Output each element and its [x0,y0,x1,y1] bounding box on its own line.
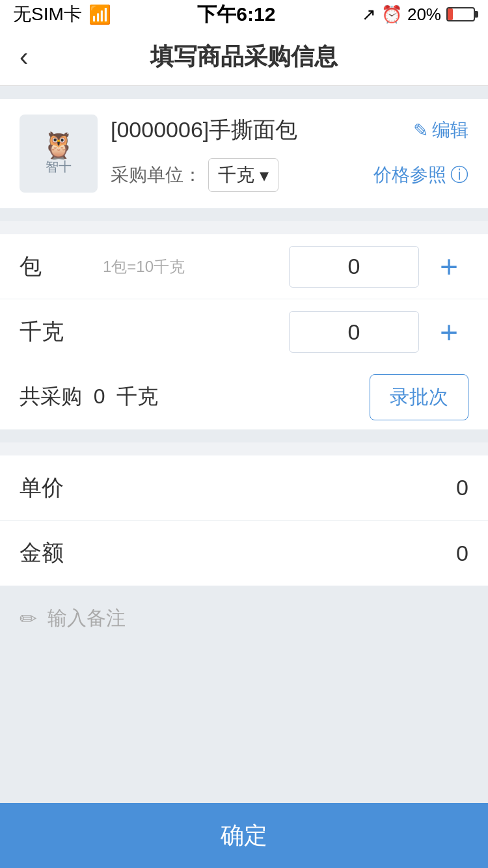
product-card: 🦉 智十 [0000006]手撕面包 ✎ 编辑 采购单位： 千克 ▾ 价格参照 … [0,99,488,208]
remark-placeholder: 输入备注 [47,605,126,632]
amount-value: 0 [456,541,468,566]
kg-input-wrap: 0 + [98,311,468,353]
total-prefix: 共采购 [20,385,82,408]
kg-label: 千克 [20,317,98,347]
kg-input-row: 千克 0 + [0,299,488,364]
total-unit: 千克 [116,385,158,408]
unit-select[interactable]: 千克 ▾ [208,158,278,192]
time-display: 下午6:12 [197,1,275,28]
total-value: 0 [94,385,105,408]
edit-button[interactable]: ✎ 编辑 [413,118,468,142]
battery-icon [446,7,475,21]
product-separator [0,208,488,221]
quantity-input-section: 包 1包=10千克 0 + 千克 0 + [0,234,488,364]
summary-text: 共采购 0 千克 [20,383,158,411]
status-bar: 无SIM卡 📶 下午6:12 ↗ ⏰ 20% [0,0,488,29]
back-button[interactable]: ‹ [20,42,59,72]
unit-price-label: 单价 [20,473,64,503]
unit-value: 千克 [218,163,254,187]
alarm-icon: ⏰ [381,5,402,25]
kg-quantity-input[interactable]: 0 [289,311,419,353]
carrier-text: 无SIM卡 [13,2,82,27]
product-name: [0000006]手撕面包 [111,115,297,145]
amount-label: 金额 [20,538,64,568]
location-icon: ↗ [362,5,376,25]
pencil-icon: ✏ [20,606,37,631]
price-section: 单价 0 金额 0 [0,455,488,586]
unit-price-row: 单价 0 [0,455,488,521]
unit-left: 采购单位： 千克 ▾ [111,158,278,192]
bag-sublabel: 1包=10千克 [103,256,185,277]
battery-fill [448,8,453,20]
product-info: [0000006]手撕面包 ✎ 编辑 采购单位： 千克 ▾ 价格参照 ⓘ [111,115,468,192]
top-separator [0,86,488,99]
bag-plus-button[interactable]: + [429,247,468,286]
summary-row: 共采购 0 千克 录批次 [0,364,488,429]
unit-label: 采购单位： [111,163,202,187]
status-right: ↗ ⏰ 20% [362,5,475,25]
bag-input-row: 包 1包=10千克 0 + [0,234,488,299]
battery-percentage: 20% [407,5,441,25]
edit-label: 编辑 [432,118,468,142]
bag-input-wrap: 0 + [185,246,468,288]
bag-quantity-input[interactable]: 0 [289,246,419,288]
confirm-button[interactable]: 确定 [0,803,488,868]
product-image: 🦉 智十 [20,115,98,193]
remark-section[interactable]: ✏ 输入备注 [0,586,488,651]
price-ref-button[interactable]: 价格参照 ⓘ [373,163,468,187]
page-title: 填写商品采购信息 [150,41,338,73]
product-name-row: [0000006]手撕面包 ✎ 编辑 [111,115,468,145]
unit-row: 采购单位： 千克 ▾ 价格参照 ⓘ [111,158,468,192]
bag-label: 包 [20,252,98,282]
product-brand-label: 智十 [46,158,72,176]
price-ref-label: 价格参照 [373,163,446,187]
summary-separator [0,429,488,442]
unit-price-value: 0 [456,475,468,500]
nav-bar: ‹ 填写商品采购信息 [0,29,488,86]
status-left: 无SIM卡 📶 [13,2,111,27]
amount-row: 金额 0 [0,521,488,586]
record-batch-button[interactable]: 录批次 [370,374,468,420]
dropdown-icon: ▾ [260,165,269,186]
edit-icon: ✎ [413,120,428,141]
info-icon: ⓘ [450,163,468,187]
wifi-icon: 📶 [88,4,111,25]
kg-plus-button[interactable]: + [429,312,468,351]
product-owl-icon: 🦉 [42,132,75,158]
